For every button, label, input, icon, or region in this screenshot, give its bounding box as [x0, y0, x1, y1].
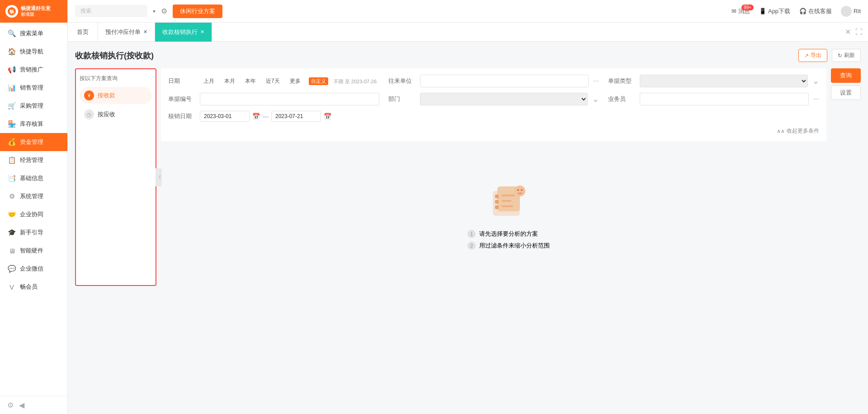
- sidebar-item-system[interactable]: ⚙ 系统管理: [0, 187, 67, 205]
- sidebar-item-operations[interactable]: 📋 经营管理: [0, 151, 67, 169]
- sidebar-item-sales[interactable]: 📊 销售管理: [0, 79, 67, 97]
- app-logo: 畅 畅捷通好生意 标准版: [0, 0, 67, 23]
- staff-more-icon[interactable]: ···: [813, 95, 819, 103]
- date-btn-last-month[interactable]: 上月: [200, 76, 218, 86]
- hint-text-2: 用过滤条件来缩小分析范围: [479, 242, 550, 250]
- verify-date-end-calendar-icon[interactable]: 📅: [324, 113, 331, 120]
- verify-date-start-calendar-icon[interactable]: 📅: [252, 113, 260, 120]
- sidebar-item-vip[interactable]: V 畅会员: [0, 278, 67, 296]
- refresh-button[interactable]: ↻ 刷新: [832, 49, 861, 62]
- tabbar-actions: ✕ ⛶: [840, 28, 868, 36]
- date-range-dash: —: [263, 113, 269, 120]
- filter-option-by-receipt[interactable]: ¥ 按收款: [80, 87, 152, 104]
- tab-prepay-close[interactable]: ✕: [143, 29, 147, 35]
- dept-dropdown-icon[interactable]: ⌄: [592, 94, 599, 104]
- tab-verify[interactable]: 收款核销执行 ✕: [155, 23, 212, 42]
- sidebar-item-label: 新手引导: [20, 228, 43, 237]
- filter-option-by-receivable[interactable]: ◷ 按应收: [80, 106, 152, 123]
- topbar-right: ✉ 消息 99+ 📱 App下载 🎧 在线客服 Rit: [731, 6, 861, 17]
- enterprise-icon: 🤝: [7, 210, 16, 219]
- date-unlimited-text: 不限 至 2023-07-26: [334, 78, 377, 85]
- sidebar-item-label: 销售管理: [20, 84, 43, 92]
- settings-bottom-icon[interactable]: ⚙: [7, 401, 14, 409]
- home-icon: 🏠: [7, 47, 16, 56]
- app-name: 畅捷通好生意: [21, 5, 51, 11]
- message-button[interactable]: ✉ 消息 99+: [731, 7, 750, 15]
- sidebar-item-marketing[interactable]: 📢 营销推广: [0, 61, 67, 79]
- sidebar-item-guide[interactable]: 🎓 新手引导: [0, 224, 67, 242]
- svg-rect-9: [501, 205, 513, 207]
- tab-verify-close[interactable]: ✕: [200, 29, 204, 35]
- close-tab-icon[interactable]: ✕: [845, 28, 851, 36]
- sidebar-item-wechat[interactable]: 💬 企业微信: [0, 260, 67, 278]
- empty-hint-2: 2 用过滤条件来缩小分析范围: [467, 242, 550, 250]
- partner-field-group: ···: [420, 75, 599, 87]
- svg-point-10: [514, 186, 525, 196]
- doctype-select[interactable]: [640, 75, 808, 87]
- message-badge: 99+: [741, 5, 754, 10]
- filter-sidebar-collapse-btn[interactable]: 《: [156, 168, 162, 186]
- tab-home-label: 首页: [77, 28, 89, 36]
- solution-button[interactable]: 休闲行业方案: [173, 5, 222, 18]
- verify-date-start-input[interactable]: [200, 111, 250, 122]
- svg-text:畅: 畅: [9, 9, 14, 14]
- sidebar-item-hardware[interactable]: 🖥 智能硬件: [0, 242, 67, 260]
- topbar-dropdown-icon[interactable]: ▾: [153, 8, 156, 14]
- tab-prepay-label: 预付冲应付单: [105, 28, 141, 36]
- verify-date-end-input[interactable]: [271, 111, 321, 122]
- tab-prepay[interactable]: 预付冲应付单 ✕: [98, 23, 155, 42]
- tab-home[interactable]: 首页: [68, 23, 98, 42]
- svg-rect-7: [501, 200, 511, 202]
- date-btn-more[interactable]: 更多: [286, 76, 304, 86]
- app-download-button[interactable]: 📱 App下载: [759, 7, 790, 15]
- query-button[interactable]: 查询: [831, 68, 861, 83]
- date-btn-this-month[interactable]: 本月: [221, 76, 239, 86]
- svg-point-12: [521, 189, 523, 191]
- dept-select[interactable]: [420, 93, 588, 105]
- doctype-label: 单据类型: [608, 77, 640, 85]
- staff-input[interactable]: [640, 93, 808, 105]
- expand-tab-icon[interactable]: ⛶: [855, 28, 863, 36]
- topbar-search[interactable]: 搜索: [75, 5, 147, 17]
- inventory-icon: 🏪: [7, 119, 16, 128]
- basic-info-icon: 📑: [7, 174, 16, 183]
- docno-input[interactable]: [200, 93, 379, 105]
- tab-verify-label: 收款核销执行: [162, 28, 198, 36]
- app-icon: 📱: [759, 8, 766, 14]
- hint-num-2: 2: [467, 242, 476, 250]
- export-icon: ↗: [804, 52, 809, 59]
- verify-date-range: 📅 — 📅: [200, 111, 331, 122]
- sidebar-bottom: ⚙ ◀: [0, 396, 67, 414]
- partner-input[interactable]: [420, 75, 589, 87]
- export-button[interactable]: ↗ 导出: [798, 49, 827, 62]
- date-btn-this-year[interactable]: 本年: [241, 76, 259, 86]
- sidebar-menu: 🔍 搜索菜单 🏠 快捷导航 📢 营销推广 📊 销售管理 🛒 采购管理 🏪 库存核…: [0, 23, 67, 396]
- sidebar-item-quick-nav[interactable]: 🏠 快捷导航: [0, 43, 67, 61]
- date-quick-select: 上月 本月 本年 近7天 更多 自定义 不限 至 2023-07-26: [200, 76, 377, 86]
- topbar-gear-icon[interactable]: ⚙: [161, 7, 167, 15]
- sidebar-item-purchase[interactable]: 🛒 采购管理: [0, 97, 67, 115]
- sales-icon: 📊: [7, 83, 16, 92]
- sidebar-item-enterprise[interactable]: 🤝 企业协同: [0, 205, 67, 224]
- sidebar-item-inventory[interactable]: 🏪 库存核算: [0, 115, 67, 133]
- topbar: 搜索 ▾ ⚙ 休闲行业方案 ✉ 消息 99+ 📱 App下载 🎧 在线客服 Ri…: [68, 0, 868, 23]
- doctype-dropdown-icon[interactable]: ⌄: [812, 76, 819, 86]
- filter-option-receipt-label: 按收款: [98, 91, 115, 100]
- date-btn-7days[interactable]: 近7天: [262, 76, 283, 86]
- system-icon: ⚙: [7, 192, 16, 201]
- online-service-button[interactable]: 🎧 在线客服: [799, 7, 832, 15]
- sidebar-item-search[interactable]: 🔍 搜索菜单: [0, 24, 67, 43]
- date-label: 日期: [168, 77, 200, 85]
- filter-main: 日期 上月 本月 本年 近7天 更多 自定义: [161, 68, 826, 141]
- logo-icon: 畅: [5, 5, 18, 18]
- partner-more-icon[interactable]: ···: [593, 77, 599, 85]
- collapse-sidebar-icon[interactable]: ◀: [19, 401, 24, 409]
- sidebar-item-basic-info[interactable]: 📑 基础信息: [0, 169, 67, 187]
- content-area: 收款核销执行(按收款) ↗ 导出 ↻ 刷新 按以下方案查询: [68, 42, 868, 414]
- sidebar-item-finance[interactable]: 💰 资金管理: [0, 133, 67, 151]
- date-custom-tag[interactable]: 自定义: [309, 77, 328, 85]
- filter-row-3: 核销日期 📅 — 📅: [168, 111, 819, 122]
- settings-button[interactable]: 设置: [831, 86, 861, 100]
- collapse-more-btn[interactable]: ∧∧ 收起更多条件: [168, 127, 819, 135]
- receipt-icon: ¥: [84, 90, 94, 100]
